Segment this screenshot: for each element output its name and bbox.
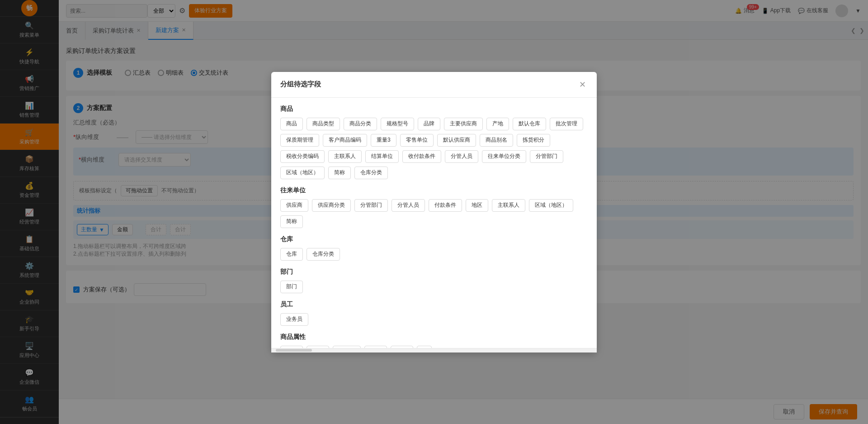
field-tag-0-20[interactable]: 分管人员 xyxy=(445,150,478,163)
field-tags-0: 商品商品类型商品分类规格型号品牌主要供应商产地默认仓库批次管理保质期管理客户商品… xyxy=(280,118,588,179)
field-group-5: 商品属性属性颜色多规格尺码鞋码1 xyxy=(280,333,588,348)
field-tag-0-9[interactable]: 保质期管理 xyxy=(280,134,319,147)
field-tag-0-17[interactable]: 主联系人 xyxy=(328,150,362,163)
field-tag-0-10[interactable]: 客户商品编码 xyxy=(323,134,367,147)
field-tag-0-8[interactable]: 批次管理 xyxy=(550,118,583,130)
field-tag-0-13[interactable]: 默认供应商 xyxy=(437,134,476,147)
field-tag-0-18[interactable]: 结算单位 xyxy=(365,150,399,163)
field-tag-0-2[interactable]: 商品分类 xyxy=(344,118,377,130)
field-tag-2-0[interactable]: 仓库 xyxy=(280,248,303,261)
field-tag-1-4[interactable]: 付款条件 xyxy=(429,199,462,212)
modal: 分组待选字段 ✕ 商品商品商品类型商品分类规格型号品牌主要供应商产地默认仓库批次… xyxy=(271,72,597,353)
field-tags-2: 仓库仓库分类 xyxy=(280,248,588,261)
field-tag-0-0[interactable]: 商品 xyxy=(280,118,303,130)
field-group-1: 往来单位供应商供应商分类分管部门分管人员付款条件地区主联系人区域（地区）简称 xyxy=(280,186,588,228)
field-tag-0-15[interactable]: 拣货积分 xyxy=(517,134,550,147)
field-tag-0-21[interactable]: 往来单位分类 xyxy=(482,150,526,163)
field-group-title-0: 商品 xyxy=(280,105,588,113)
field-group-title-2: 仓库 xyxy=(280,235,588,243)
field-group-title-1: 往来单位 xyxy=(280,186,588,195)
field-tags-4: 业务员 xyxy=(280,313,588,326)
field-tag-1-3[interactable]: 分管人员 xyxy=(392,199,425,212)
field-tag-0-7[interactable]: 默认仓库 xyxy=(513,118,546,130)
field-tag-0-12[interactable]: 零售单位 xyxy=(400,134,434,147)
field-tag-1-1[interactable]: 供应商分类 xyxy=(312,199,351,212)
field-group-2: 仓库仓库仓库分类 xyxy=(280,235,588,261)
modal-header: 分组待选字段 ✕ xyxy=(271,72,597,98)
field-tag-3-0[interactable]: 部门 xyxy=(280,281,303,293)
field-tags-3: 部门 xyxy=(280,281,588,293)
field-tag-4-0[interactable]: 业务员 xyxy=(280,313,308,326)
field-tag-1-8[interactable]: 简称 xyxy=(280,215,303,228)
field-tag-0-25[interactable]: 仓库分类 xyxy=(354,167,388,179)
field-tag-1-0[interactable]: 供应商 xyxy=(280,199,308,212)
modal-hscroll-thumb xyxy=(276,349,312,352)
field-tag-0-19[interactable]: 收付款条件 xyxy=(402,150,441,163)
field-tag-1-2[interactable]: 分管部门 xyxy=(354,199,388,212)
field-group-3: 部门部门 xyxy=(280,268,588,293)
field-tags-1: 供应商供应商分类分管部门分管人员付款条件地区主联系人区域（地区）简称 xyxy=(280,199,588,228)
modal-close-button[interactable]: ✕ xyxy=(577,79,588,90)
field-tag-1-5[interactable]: 地区 xyxy=(466,199,488,212)
field-tag-0-5[interactable]: 主要供应商 xyxy=(444,118,483,130)
modal-overlay: 分组待选字段 ✕ 商品商品商品类型商品分类规格型号品牌主要供应商产地默认仓库批次… xyxy=(0,0,868,424)
field-tag-0-14[interactable]: 商品别名 xyxy=(480,134,513,147)
field-group-title-5: 商品属性 xyxy=(280,333,588,341)
field-tag-0-6[interactable]: 产地 xyxy=(486,118,509,130)
field-group-4: 员工业务员 xyxy=(280,300,588,326)
field-tag-0-22[interactable]: 分管部门 xyxy=(530,150,563,163)
field-tag-0-16[interactable]: 税收分类编码 xyxy=(280,150,325,163)
field-tag-0-3[interactable]: 规格型号 xyxy=(381,118,414,130)
field-tag-0-4[interactable]: 品牌 xyxy=(418,118,440,130)
field-tag-1-6[interactable]: 主联系人 xyxy=(492,199,525,212)
field-group-title-3: 部门 xyxy=(280,268,588,276)
field-group-title-4: 员工 xyxy=(280,300,588,309)
modal-title: 分组待选字段 xyxy=(280,80,321,89)
field-tag-0-1[interactable]: 商品类型 xyxy=(307,118,340,130)
field-tag-0-24[interactable]: 简称 xyxy=(328,167,351,179)
field-tag-2-1[interactable]: 仓库分类 xyxy=(307,248,340,261)
modal-horizontal-scrollbar[interactable] xyxy=(271,348,597,353)
field-group-0: 商品商品商品类型商品分类规格型号品牌主要供应商产地默认仓库批次管理保质期管理客户… xyxy=(280,105,588,179)
field-tag-1-7[interactable]: 区域（地区） xyxy=(529,199,573,212)
field-tag-0-11[interactable]: 重量3 xyxy=(371,134,396,147)
modal-body: 商品商品商品类型商品分类规格型号品牌主要供应商产地默认仓库批次管理保质期管理客户… xyxy=(271,98,597,348)
field-tag-0-23[interactable]: 区域（地区） xyxy=(280,167,325,179)
